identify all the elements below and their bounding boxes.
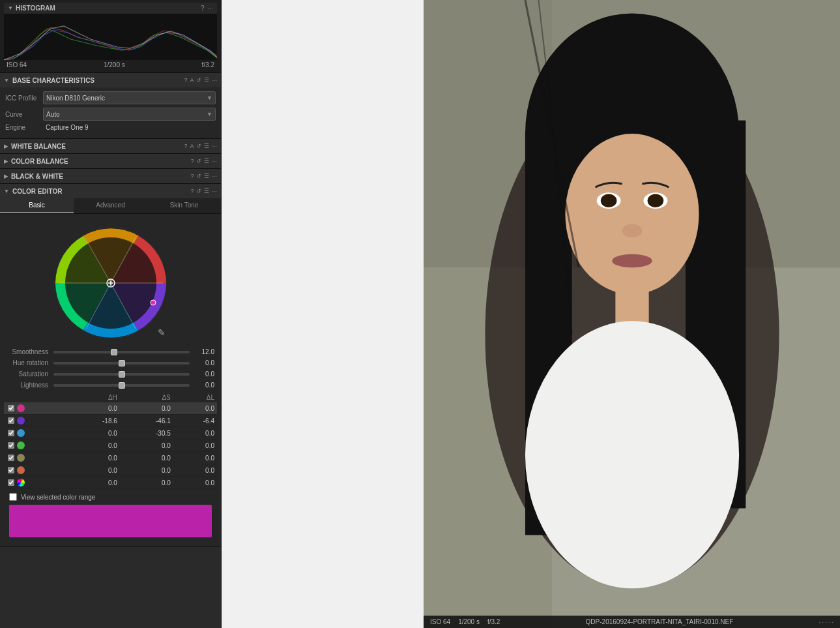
color-balance-header[interactable]: ▶ COLOR BALANCE ? ↺ ☰ ··· xyxy=(0,154,221,168)
cb-reset[interactable]: ↺ xyxy=(196,158,201,164)
color-table-row[interactable]: 0.0-30.50.0 xyxy=(4,427,217,440)
color-table-header-ds: ΔS xyxy=(120,393,173,402)
tab-basic[interactable]: Basic xyxy=(0,198,74,213)
color-wheel-container: ✎ xyxy=(4,218,217,348)
bw-more[interactable]: ··· xyxy=(212,173,217,179)
color-table-row[interactable]: 0.00.00.0 xyxy=(4,440,217,452)
base-char-question[interactable]: ? xyxy=(184,77,187,83)
cb-chevron: ▶ xyxy=(4,158,8,164)
color-row-check[interactable] xyxy=(8,417,14,424)
histogram-question-icon[interactable]: ? xyxy=(201,5,205,12)
white-balance-header[interactable]: ▶ WHITE BALANCE ? A ↺ ☰ ··· xyxy=(0,139,221,153)
color-dh: 0.0 xyxy=(66,452,120,464)
lightness-track[interactable] xyxy=(53,384,190,387)
smoothness-thumb[interactable] xyxy=(111,349,117,355)
ce-menu[interactable]: ☰ xyxy=(204,188,209,194)
hue-rotation-row: Hue rotation 0.0 xyxy=(4,359,217,366)
base-char-copy[interactable]: A xyxy=(190,77,194,83)
wb-menu[interactable]: ☰ xyxy=(204,143,209,149)
color-ds: 0.0 xyxy=(120,464,173,477)
color-row-check[interactable] xyxy=(8,430,14,436)
hue-rotation-track[interactable] xyxy=(53,362,190,365)
wb-copy-a[interactable]: A xyxy=(190,143,194,149)
histogram-more-icon[interactable]: ··· xyxy=(208,5,213,12)
saturation-label: Saturation xyxy=(7,370,53,378)
color-ds: -46.1 xyxy=(120,415,173,427)
color-table-row[interactable]: 0.00.00.0 xyxy=(4,452,217,464)
ce-chevron: ▼ xyxy=(4,188,9,194)
color-editor-tabs: Basic Advanced Skin Tone xyxy=(0,198,221,214)
curve-select[interactable]: Auto ▼ xyxy=(43,108,216,121)
base-char-reset[interactable]: ↺ xyxy=(196,77,201,83)
color-wheel-wrapper[interactable]: ✎ xyxy=(52,224,169,342)
color-row-check[interactable] xyxy=(8,405,14,411)
color-table-header-dl: ΔL xyxy=(173,393,217,402)
lightness-row: Lightness 0.0 xyxy=(4,381,217,389)
histogram-canvas xyxy=(4,14,217,60)
view-selected-checkbox[interactable] xyxy=(9,493,17,501)
saturation-thumb[interactable] xyxy=(119,371,125,378)
lightness-thumb[interactable] xyxy=(119,382,125,389)
color-preview xyxy=(9,505,212,537)
base-char-chevron: ▼ xyxy=(4,78,9,83)
left-panel: ▼ HISTOGRAM ? ··· ISO 64 xyxy=(0,0,222,628)
histogram-aperture: f/3.2 xyxy=(202,61,214,68)
base-char-menu[interactable]: ☰ xyxy=(204,77,209,83)
ce-reset[interactable]: ↺ xyxy=(196,188,201,194)
color-row-check[interactable] xyxy=(8,442,14,449)
curve-label: Curve xyxy=(5,111,43,118)
base-char-title: BASE CHARACTERISTICS xyxy=(12,77,94,84)
bw-reset[interactable]: ↺ xyxy=(196,173,201,179)
color-table-row[interactable]: 0.00.00.0 xyxy=(4,464,217,477)
svg-point-22 xyxy=(525,321,739,588)
icc-profile-row: ICC Profile Nikon D810 Generic ▼ xyxy=(5,91,216,104)
color-dot xyxy=(17,454,25,462)
color-dot xyxy=(17,479,25,486)
tab-advanced[interactable]: Advanced xyxy=(74,198,147,213)
bw-question[interactable]: ? xyxy=(190,173,194,179)
wb-reset[interactable]: ↺ xyxy=(196,143,201,149)
white-middle-panel xyxy=(222,0,424,628)
black-white-header[interactable]: ▶ BLACK & WHITE ? ↺ ☰ ··· xyxy=(0,169,221,183)
color-dot xyxy=(17,466,25,474)
base-characteristics-header[interactable]: ▼ BASE CHARACTERISTICS ? A ↺ ☰ ··· xyxy=(0,73,221,87)
color-table-row[interactable]: 0.00.00.0 xyxy=(4,402,217,415)
color-row-check[interactable] xyxy=(8,479,14,486)
color-table-header-row: ΔH ΔS ΔL xyxy=(4,393,217,402)
cb-question[interactable]: ? xyxy=(190,158,194,164)
tab-skin-tone[interactable]: Skin Tone xyxy=(147,198,221,213)
histogram-title: HISTOGRAM xyxy=(16,5,55,12)
color-dl: 0.0 xyxy=(173,452,217,464)
color-dot xyxy=(17,441,25,449)
wb-question[interactable]: ? xyxy=(184,143,187,149)
color-dh: -18.6 xyxy=(66,415,120,427)
icc-chevron-icon: ▼ xyxy=(207,95,212,101)
color-picker-icon[interactable]: ✎ xyxy=(158,327,166,338)
color-dh: 0.0 xyxy=(66,440,120,452)
portrait-svg xyxy=(424,0,840,628)
ce-question[interactable]: ? xyxy=(190,188,194,194)
base-char-more[interactable]: ··· xyxy=(212,77,217,83)
histogram-header[interactable]: ▼ HISTOGRAM ? ··· xyxy=(4,3,217,14)
cb-menu[interactable]: ☰ xyxy=(204,158,209,164)
saturation-track[interactable] xyxy=(53,373,190,376)
curve-chevron-icon: ▼ xyxy=(207,111,212,117)
color-row-check[interactable] xyxy=(8,455,14,461)
color-row-check[interactable] xyxy=(8,467,14,473)
hue-rotation-thumb[interactable] xyxy=(119,360,125,366)
engine-row: Engine Capture One 9 xyxy=(5,124,216,131)
bw-menu[interactable]: ☰ xyxy=(204,173,209,179)
color-table-row[interactable]: 0.00.00.0 xyxy=(4,477,217,489)
color-table-row[interactable]: -18.6-46.1-6.4 xyxy=(4,415,217,427)
icc-profile-select[interactable]: Nikon D810 Generic ▼ xyxy=(43,91,216,104)
color-dl: 0.0 xyxy=(173,477,217,489)
color-editor-header[interactable]: ▼ COLOR EDITOR ? ↺ ☰ ··· xyxy=(0,184,221,198)
cb-more[interactable]: ··· xyxy=(212,158,217,164)
smoothness-track[interactable] xyxy=(53,351,190,353)
histogram-svg xyxy=(4,14,217,60)
ce-more[interactable]: ··· xyxy=(212,188,217,194)
wb-more[interactable]: ··· xyxy=(212,143,217,149)
white-balance-section: ▶ WHITE BALANCE ? A ↺ ☰ ··· xyxy=(0,139,221,154)
color-dh: 0.0 xyxy=(66,427,120,440)
color-ds: -30.5 xyxy=(120,427,173,440)
